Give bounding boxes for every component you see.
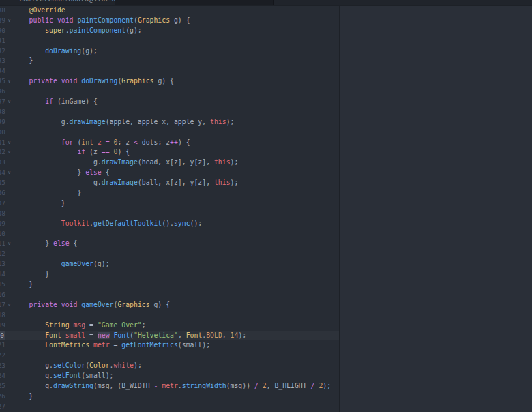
code-text[interactable]: private void gameOver(Graphics g) { bbox=[13, 300, 170, 310]
code-text[interactable]: } bbox=[13, 280, 33, 290]
line-number: 90 bbox=[0, 26, 5, 36]
code-text[interactable]: } else { bbox=[13, 168, 110, 178]
line-number: 119 bbox=[0, 321, 5, 331]
line-number: 107 bbox=[0, 198, 5, 209]
line-gutter: 112 bbox=[0, 249, 13, 259]
code-text[interactable]: } bbox=[13, 198, 65, 209]
code-text[interactable]: @Override bbox=[13, 5, 65, 16]
code-text[interactable]: } bbox=[13, 392, 33, 402]
line-gutter: 121 bbox=[0, 340, 13, 351]
line-gutter: 127 bbox=[0, 402, 13, 412]
top-bar: com.zetcode.Board@4f023edb bbox=[0, 0, 532, 6]
fold-chevron-icon[interactable]: ∨ bbox=[5, 16, 13, 26]
line-number: 111 bbox=[0, 239, 5, 249]
line-gutter: 96 bbox=[0, 87, 13, 97]
code-line: 113 gameOver(g); bbox=[0, 259, 339, 269]
fold-chevron-icon[interactable]: ∨ bbox=[5, 147, 13, 158]
line-gutter: 123 bbox=[0, 361, 13, 371]
code-editor-window: com.zetcode.Board@4f023edb 88 @Override8… bbox=[0, 0, 532, 412]
line-number: 105 bbox=[0, 178, 5, 188]
line-gutter: 92 bbox=[0, 46, 13, 57]
line-gutter: 89∨ bbox=[0, 16, 13, 26]
code-text[interactable]: doDrawing(g); bbox=[13, 46, 98, 57]
line-gutter: 105 bbox=[0, 178, 13, 188]
fold-chevron-icon[interactable]: ∨ bbox=[5, 300, 13, 310]
line-gutter: 119 bbox=[0, 321, 13, 331]
code-text[interactable]: } bbox=[13, 188, 81, 198]
line-gutter: 126 bbox=[0, 392, 13, 402]
line-gutter: 98 bbox=[0, 107, 13, 117]
line-number: 88 bbox=[0, 5, 5, 16]
line-gutter: 95∨ bbox=[0, 76, 13, 87]
code-line: 116 bbox=[0, 290, 339, 300]
line-gutter: 97∨ bbox=[0, 97, 13, 107]
code-text[interactable]: g.drawImage(head, x[z], y[z], this); bbox=[13, 158, 238, 168]
fold-chevron-icon[interactable]: ∨ bbox=[5, 138, 13, 148]
line-number: 120 bbox=[0, 331, 5, 341]
fold-chevron-icon[interactable]: ∨ bbox=[5, 168, 13, 178]
code-line: 126 } bbox=[0, 392, 339, 402]
line-gutter: 91 bbox=[0, 36, 13, 46]
line-number: 113 bbox=[0, 259, 5, 269]
code-text[interactable]: } else { bbox=[13, 239, 77, 249]
code-line: 91 bbox=[0, 36, 339, 46]
code-line: 92 doDrawing(g); bbox=[0, 46, 339, 57]
code-text[interactable]: Toolkit.getDefaultToolkit().sync(); bbox=[13, 219, 202, 229]
code-line: 127 bbox=[0, 402, 339, 412]
code-text[interactable]: g.drawString(msg, (B_WIDTH - metr.string… bbox=[13, 381, 331, 392]
code-line: 109 Toolkit.getDefaultToolkit().sync(); bbox=[0, 219, 339, 229]
code-text[interactable]: } bbox=[13, 269, 49, 280]
line-gutter: 115 bbox=[0, 280, 13, 290]
line-number: 112 bbox=[0, 249, 5, 259]
code-text[interactable]: private void doDrawing(Graphics g) { bbox=[13, 76, 174, 87]
code-text[interactable]: for (int z = 0; z < dots; z++) { bbox=[13, 138, 190, 148]
code-text[interactable]: g.setFont(small); bbox=[13, 371, 113, 381]
code-line: 98 bbox=[0, 107, 339, 117]
line-number: 104 bbox=[0, 168, 5, 178]
code-text[interactable]: g.drawImage(apple, apple_x, apple_y, thi… bbox=[13, 117, 234, 128]
line-gutter: 101∨ bbox=[0, 138, 13, 148]
code-text[interactable]: FontMetrics metr = getFontMetrics(small)… bbox=[13, 340, 210, 351]
code-line: 112 bbox=[0, 249, 339, 259]
code-line: 101∨ for (int z = 0; z < dots; z++) { bbox=[0, 138, 339, 148]
line-gutter: 116 bbox=[0, 290, 13, 300]
editor-pane[interactable]: 88 @Override89∨ public void paintCompone… bbox=[0, 5, 339, 412]
code-text[interactable]: gameOver(g); bbox=[13, 259, 110, 269]
code-text[interactable]: if (inGame) { bbox=[13, 97, 98, 107]
line-gutter: 106 bbox=[0, 188, 13, 198]
line-number: 93 bbox=[0, 56, 5, 66]
line-number: 118 bbox=[0, 310, 5, 321]
line-gutter: 93 bbox=[0, 56, 13, 66]
line-gutter: 107 bbox=[0, 198, 13, 209]
code-lines: 88 @Override89∨ public void paintCompone… bbox=[0, 5, 339, 412]
code-text[interactable]: } bbox=[13, 56, 33, 66]
line-gutter: 110 bbox=[0, 229, 13, 239]
fold-chevron-icon[interactable]: ∨ bbox=[5, 76, 13, 87]
code-line: 103 g.drawImage(head, x[z], y[z], this); bbox=[0, 158, 339, 168]
line-gutter: 120 bbox=[0, 331, 13, 341]
fold-chevron-icon[interactable]: ∨ bbox=[5, 239, 13, 249]
line-number: 114 bbox=[0, 269, 5, 280]
line-gutter: 109 bbox=[0, 219, 13, 229]
code-text[interactable]: if (z == 0) { bbox=[13, 147, 130, 158]
line-gutter: 100 bbox=[0, 128, 13, 138]
line-gutter: 111∨ bbox=[0, 239, 13, 249]
line-number: 102 bbox=[0, 147, 5, 158]
code-line: 122 bbox=[0, 351, 339, 361]
fold-chevron-icon[interactable]: ∨ bbox=[5, 97, 13, 107]
line-gutter: 88 bbox=[0, 5, 13, 16]
code-text[interactable]: super.paintComponent(g); bbox=[13, 26, 142, 36]
code-line: 117∨ private void gameOver(Graphics g) { bbox=[0, 300, 339, 310]
code-line: 95∨ private void doDrawing(Graphics g) { bbox=[0, 76, 339, 87]
code-text[interactable]: g.setColor(Color.white); bbox=[13, 361, 142, 371]
code-text[interactable]: String msg = "Game Over"; bbox=[13, 321, 146, 331]
line-gutter: 104∨ bbox=[0, 168, 13, 178]
code-line: 102∨ if (z == 0) { bbox=[0, 147, 339, 158]
code-text[interactable]: g.drawImage(ball, x[z], y[z], this); bbox=[13, 178, 238, 188]
line-number: 97 bbox=[0, 97, 5, 107]
code-text[interactable]: public void paintComponent(Graphics g) { bbox=[13, 16, 190, 26]
code-text[interactable]: Font small = new Font("Helvetica", Font.… bbox=[13, 331, 246, 341]
line-gutter: 103 bbox=[0, 158, 13, 168]
code-line: 97∨ if (inGame) { bbox=[0, 97, 339, 107]
line-gutter: 113 bbox=[0, 259, 13, 269]
